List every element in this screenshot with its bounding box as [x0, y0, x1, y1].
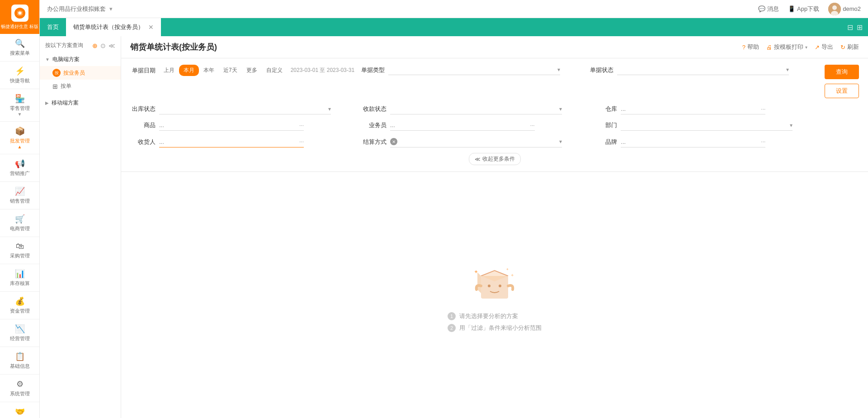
sidebar-item-label: 采购管理 — [10, 252, 30, 259]
sidebar-item-label: 库存核算 — [10, 280, 30, 287]
dept-arrow-icon: ▾ — [790, 122, 793, 128]
warehouse-input[interactable] — [621, 104, 761, 114]
tab-close-icon[interactable]: ✕ — [148, 24, 154, 31]
help-button[interactable]: ? 帮助 — [742, 43, 759, 51]
sidebar-item-finance[interactable]: 💰 资金管理 — [0, 292, 39, 319]
mobile-section-label: 移动端方案 — [52, 99, 79, 107]
left-panel-header-icons: ⊕ ⊙ ≪ — [92, 42, 115, 49]
collapse-label: 收起更多条件 — [482, 155, 515, 163]
sidebar-item-label: 搜索菜单 — [10, 50, 30, 57]
quick-nav-icon: ⚡ — [15, 66, 25, 76]
brand-suffix-icon[interactable]: ··· — [761, 138, 765, 145]
add-scheme-icon[interactable]: ⊕ — [92, 42, 98, 49]
goods-input[interactable] — [159, 120, 299, 130]
sidebar-item-system[interactable]: ⚙ 系统管理 — [0, 375, 39, 402]
refresh-button[interactable]: ↻ 刷新 — [840, 43, 859, 51]
industry-label: 办公用品行业模拟账套 — [47, 5, 106, 13]
collapse-panel-icon[interactable]: ≪ — [108, 42, 115, 49]
enterprise-icon: 🤝 — [15, 407, 25, 417]
svg-point-2 — [832, 5, 837, 10]
warehouse-suffix-icon[interactable]: ··· — [761, 106, 765, 112]
mobile-section-title[interactable]: ▶ 移动端方案 — [40, 96, 121, 109]
breadcrumb: 办公用品行业模拟账套 ▾ — [47, 5, 113, 13]
doc-status-select[interactable]: ▾ — [617, 65, 789, 75]
collapse-arrow-icon: ▶ — [45, 100, 49, 105]
message-icon: 💬 — [758, 5, 765, 12]
app-download-action[interactable]: 📱 App下载 — [788, 5, 819, 13]
scheme-by-staff[interactable]: 按 按业务员 — [40, 66, 121, 80]
export-button[interactable]: ↗ 导出 — [815, 43, 833, 51]
brand-input[interactable] — [621, 137, 761, 147]
svg-text:✦: ✦ — [474, 269, 478, 275]
tab-maximize-icon[interactable]: ⊞ — [857, 23, 863, 32]
date-tab-more[interactable]: 更多 — [242, 65, 262, 76]
receiver-suffix-icon[interactable]: ··· — [299, 138, 304, 145]
query-button[interactable]: 查询 — [825, 65, 859, 79]
breadcrumb-arrow: ▾ — [109, 5, 113, 12]
goods-suffix-icon[interactable]: ··· — [299, 122, 304, 128]
sidebar-item-label: 零售管理 — [10, 105, 30, 112]
tip-num-1: 1 — [448, 312, 456, 320]
tip-text-2: 用「过滤」条件来缩小分析范围 — [459, 324, 542, 332]
sidebar-item-enterprise[interactable]: 🤝 企业协同 — [0, 402, 39, 418]
marketing-icon: 📢 — [15, 159, 25, 169]
sidebar-item-wholesale[interactable]: 📦 批发管理 ▲ — [0, 122, 39, 154]
tab-home-label: 首页 — [47, 23, 59, 31]
header-actions: 💬 消息 📱 App下载 demo2 — [758, 3, 861, 15]
user-profile-action[interactable]: demo2 — [828, 3, 861, 15]
sidebar-item-purchase[interactable]: 🛍 采购管理 — [0, 237, 39, 264]
sidebar: 畅捷通好生意 标版 🔍 搜索菜单 ⚡ 快捷导航 🏪 零售管理 ▼ 📦 批发管理 … — [0, 0, 40, 418]
payment-status-select[interactable]: ▾ — [390, 104, 562, 114]
sidebar-item-label: 经营管理 — [10, 335, 30, 342]
date-tab-custom[interactable]: 自定义 — [262, 65, 287, 76]
settings-button[interactable]: 设置 — [825, 84, 859, 98]
warehouse-label: 仓库 — [592, 105, 617, 113]
date-tab-last-month[interactable]: 上月 — [159, 65, 179, 76]
sidebar-item-retail[interactable]: 🏪 零售管理 ▼ — [0, 89, 39, 122]
tab-sales-stat[interactable]: 销货单统计表（按业务员） ✕ — [66, 18, 161, 36]
sidebar-item-inventory[interactable]: 📊 库存核算 — [0, 264, 39, 292]
sidebar-item-basic[interactable]: 📋 基础信息 — [0, 347, 39, 375]
template-print-button[interactable]: 🖨 按模板打印 ▾ — [766, 43, 807, 51]
tab-bar: 首页 销货单统计表（按业务员） ✕ ⊟ ⊞ — [40, 18, 868, 36]
page-body: 按以下方案查询 ⊕ ⊙ ≪ ▼ 电脑端方案 按 按业务员 ⊞ — [40, 36, 868, 418]
ecommerce-icon: 🛒 — [15, 214, 25, 224]
svg-text:✦: ✦ — [510, 273, 514, 278]
tab-home[interactable]: 首页 — [40, 18, 66, 36]
scheme-by-staff-icon: 按 — [52, 69, 61, 77]
sidebar-item-ecommerce[interactable]: 🛒 电商管理 — [0, 209, 39, 237]
purchase-icon: 🛍 — [16, 242, 24, 251]
empty-illustration: ✦ ✦ ✦ — [467, 258, 522, 303]
left-panel: 按以下方案查询 ⊕ ⊙ ≪ ▼ 电脑端方案 按 按业务员 ⊞ — [40, 36, 121, 418]
scheme-by-order[interactable]: ⊞ 按单 — [40, 80, 121, 93]
tab-sales-stat-label: 销货单统计表（按业务员） — [73, 23, 144, 31]
collapse-button[interactable]: ≪ 收起更多条件 — [469, 153, 521, 165]
dept-select[interactable]: ▾ — [621, 120, 793, 131]
date-tab-this-month[interactable]: 本月 — [179, 65, 199, 76]
inventory-icon: 📊 — [15, 269, 25, 279]
staff-input[interactable] — [390, 120, 530, 130]
message-action[interactable]: 💬 消息 — [758, 5, 779, 13]
sidebar-item-marketing[interactable]: 📢 营销推广 — [0, 154, 39, 182]
sidebar-item-sales[interactable]: 📈 销售管理 — [0, 182, 39, 209]
settlement-clear-icon[interactable]: ✕ — [390, 138, 397, 145]
settlement-select[interactable]: ✕ ▾ — [390, 136, 562, 147]
sidebar-item-search-menu[interactable]: 🔍 搜索菜单 — [0, 34, 39, 62]
staff-suffix-icon[interactable]: ··· — [530, 122, 535, 128]
out-status-select[interactable]: ▾ — [159, 104, 331, 114]
date-tab-this-year[interactable]: 本年 — [199, 65, 219, 76]
receiver-input[interactable] — [159, 137, 299, 147]
message-label: 消息 — [767, 5, 779, 13]
desktop-section-title[interactable]: ▼ 电脑端方案 — [40, 53, 121, 66]
query-action-col: 查询 设置 — [825, 65, 859, 98]
doc-type-select[interactable]: ▾ — [388, 65, 560, 75]
sidebar-item-quick-nav[interactable]: ⚡ 快捷导航 — [0, 62, 39, 89]
tab-minimize-icon[interactable]: ⊟ — [847, 23, 853, 32]
app-logo: 畅捷通好生意 标版 — [0, 0, 39, 34]
template-print-label: 按模板打印 — [774, 43, 803, 51]
doc-type-arrow-icon: ▾ — [557, 66, 560, 73]
edit-scheme-icon[interactable]: ⊙ — [100, 42, 106, 49]
date-tab-last-7[interactable]: 近7天 — [219, 65, 242, 76]
svg-point-8 — [488, 285, 491, 287]
sidebar-item-operation[interactable]: 📉 经营管理 — [0, 319, 39, 347]
